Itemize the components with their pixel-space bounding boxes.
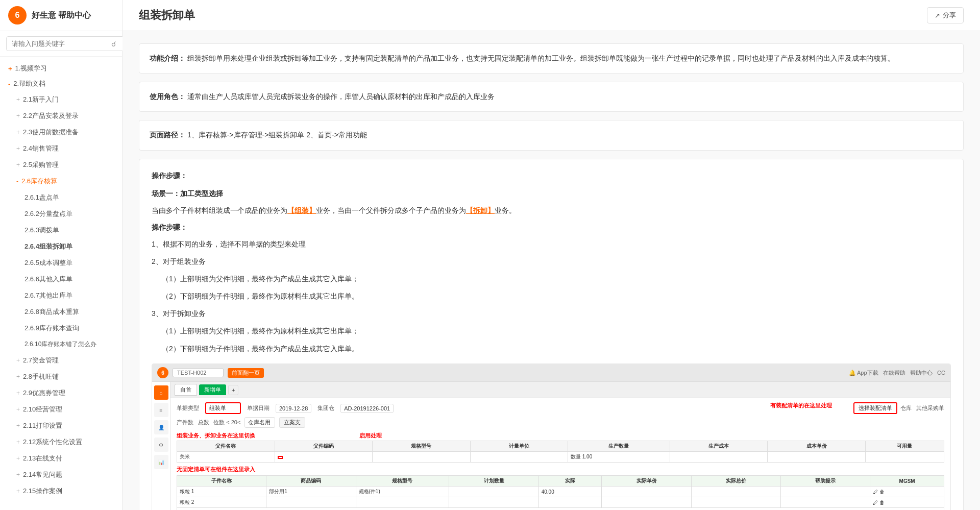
sidebar-header: 6 好生意 帮助中心 — [0, 0, 122, 31]
form-row-2: 产件数 总数 位数 < 20< 仓库名用 立案支 — [177, 417, 944, 428]
col-child-name: 子件名称 — [177, 476, 266, 487]
sidebar-item-2-11[interactable]: + 2.11打印设置 — [0, 418, 122, 434]
sidebar-item-2-7[interactable]: + 2.7资金管理 — [0, 352, 122, 369]
select-bom[interactable]: 选择装配清单 — [853, 402, 897, 414]
col-unit: 计量单位 — [470, 441, 568, 452]
sidebar-item-2-2[interactable]: + 2.2产品安装及登录 — [0, 108, 122, 124]
step2-text: 2、对于组装业务 — [152, 255, 951, 268]
label-group: 集团仓 — [317, 404, 334, 412]
page-title: 组装拆卸单 — [139, 8, 195, 23]
app-document-area: 自首 新增单 + 单据类型 组装单 单据日期 2019-12-28 集 — [170, 382, 950, 510]
sidebar-item-2-6-3[interactable]: 2.6.3调拨单 — [0, 222, 122, 238]
role-text: 通常由生产人员或库管人员完成拆装业务的操作，库管人员确认原材料的出库和产成品的入… — [187, 92, 495, 101]
sidebar-item-2-6-7[interactable]: 2.6.7其他出库单 — [0, 287, 122, 304]
input-date[interactable]: 2019-12-28 — [276, 404, 311, 413]
col-cost-price: 成本单价 — [768, 441, 866, 452]
sidebar-item-2-12[interactable]: + 2.12系统个性化设置 — [0, 434, 122, 450]
tab-add[interactable]: + — [228, 385, 238, 395]
path-label: 页面路径： — [150, 131, 185, 139]
step3-text: 3、对于拆卸业务 — [152, 307, 951, 320]
function-intro-text: 组装拆卸单用来处理企业组装或拆卸等加工业务，支持有固定装配清单的产品加工业务，也… — [187, 54, 895, 62]
sidebar-item-help-docs[interactable]: - 2.帮助文档 — [0, 76, 122, 91]
cell-c-plan-2 — [449, 497, 538, 508]
app-topbar: 6 TEST-H002 前面翻一页 🔔 App下载 在线帮助 帮助中心 CC — [152, 364, 950, 382]
sidebar-item-2-10[interactable]: + 2.10经营管理 — [0, 401, 122, 418]
nav-doc-icon[interactable]: ≡ — [154, 403, 168, 417]
ops-label: 操作步骤： — [152, 172, 187, 180]
cell-cost-price — [768, 452, 866, 463]
nav-settings-icon[interactable]: ⚙ — [154, 438, 168, 452]
function-intro-label: 功能介绍： — [150, 54, 185, 62]
search-icon[interactable]: ☌ — [111, 40, 116, 48]
ops-steps-label: 操作步骤： — [152, 223, 187, 231]
path-text: 1、库存核算->库存管理->组装拆卸单 2、首页->常用功能 — [187, 131, 367, 139]
col-parent-code: 父件编码 — [275, 441, 373, 452]
sidebar-item-2-13[interactable]: + 2.13在线支付 — [0, 450, 122, 467]
sidebar-item-2-6-8[interactable]: 2.6.8商品成本重算 — [0, 304, 122, 320]
lower-table-row-1: 粮粒 1 部分用1 规格(件1) 40.00 — [177, 487, 944, 497]
nav-user-icon[interactable]: 👤 — [154, 420, 168, 434]
sidebar-item-2-4[interactable]: + 2.4销售管理 — [0, 140, 122, 157]
annotation-switch: 组装业务、拆卸业务在这里切换 — [177, 432, 255, 439]
sidebar-item-2-5[interactable]: + 2.5采购管理 — [0, 157, 122, 173]
sidebar-item-2-15[interactable]: + 2.15操作案例 — [0, 483, 122, 499]
sidebar-item-2-6-10[interactable]: 2.6.10库存账本错了怎么办 — [0, 336, 122, 352]
label-qty: 位数 < 20< — [213, 419, 240, 426]
sidebar-item-2-14[interactable]: + 2.14常见问题 — [0, 467, 122, 483]
step2-1-text: （1）上部明细为父件明细，最终作为产成品生成其它入库单； — [152, 272, 951, 286]
input-type[interactable]: 组装单 — [205, 402, 241, 414]
input-group[interactable]: AD-20191226-001 — [340, 404, 394, 413]
sidebar-item-2-9[interactable]: + 2.9优惠券管理 — [0, 385, 122, 401]
cell-c-at-1 — [691, 487, 780, 497]
cell-c-at-2 — [691, 497, 780, 508]
search-input[interactable] — [6, 36, 126, 51]
sidebar-item-2-3[interactable]: + 2.3使用前数据准备 — [0, 124, 122, 140]
step3-2-text: （2）下部明细为子件明细，最终作为产成品生成其它入库单。 — [152, 342, 951, 356]
col-plan-qty: 计划数量 — [449, 476, 538, 487]
upper-table-row: 关米 数量 1.00 — [177, 452, 944, 463]
step1-text: 1、根据不同的业务，选择不同单据的类型来处理 — [152, 238, 951, 251]
logo-text: 好生意 帮助中心 — [32, 10, 91, 21]
col-actual-total: 实际总价 — [691, 476, 780, 487]
function-intro-box: 功能介绍： 组装拆卸单用来处理企业组装或拆卸等加工业务，支持有固定装配清单的产品… — [139, 43, 964, 74]
minus-icon: - — [8, 80, 10, 88]
sidebar-item-2-6-2[interactable]: 2.6.2分量盘点单 — [0, 206, 122, 222]
logo-icon: 6 — [8, 6, 27, 25]
sidebar-item-2-6[interactable]: - 2.6库存核算 — [0, 173, 122, 189]
label-extra: 仓库 其他采购单 — [900, 404, 944, 412]
sidebar-item-2-1[interactable]: + 2.1新手入门 — [0, 91, 122, 108]
screenshot-container: 6 TEST-H002 前面翻一页 🔔 App下载 在线帮助 帮助中心 CC ⌂… — [152, 363, 951, 510]
sidebar-item-2-6-5[interactable]: 2.6.5成本调整单 — [0, 255, 122, 271]
cell-c-spec-1: 规格(件1) — [356, 487, 449, 497]
label-type: 单据类型 — [177, 404, 199, 412]
tab-new[interactable]: 新增单 — [199, 384, 226, 395]
sidebar-item-2-6-9[interactable]: 2.6.9库存账本查询 — [0, 320, 122, 336]
label-count: 产件数 总数 — [177, 419, 209, 426]
sidebar-item-2-6-6[interactable]: 2.6.6其他入库单 — [0, 271, 122, 287]
col-parent-name: 父件名称 — [177, 441, 275, 452]
share-button[interactable]: ↗ 分享 — [927, 7, 964, 23]
scenario1-desc: 当由多个子件材料组装成一个成品的业务为【组装】业务，当由一个父件拆分成多个子产品… — [152, 204, 951, 217]
input-warehouse[interactable]: 仓库名用 — [244, 417, 275, 428]
nav-chart-icon[interactable]: 📊 — [154, 455, 168, 469]
sidebar-item-2-6-4[interactable]: 2.6.4组装拆卸单 — [0, 238, 122, 255]
cell-prod-qty: 数量 1.00 — [568, 452, 670, 463]
sidebar-item-label: 2.帮助文档 — [13, 79, 45, 88]
btn-check[interactable]: 立案支 — [279, 417, 305, 428]
code-input-highlight[interactable] — [278, 456, 283, 459]
sidebar-item-2-6-1[interactable]: 2.6.1盘点单 — [0, 189, 122, 206]
cell-c-ap-1 — [602, 487, 691, 497]
cell-c-hint-1 — [780, 487, 870, 497]
annotation-area-4: 无固定清单可在组件在这里录入 — [177, 465, 944, 473]
cell-name: 关米 — [177, 452, 275, 463]
refresh-btn: 前面翻一页 — [228, 368, 264, 378]
tab-bar: 自首 新增单 + — [170, 382, 950, 398]
sidebar-item-video[interactable]: + 1.视频学习 — [0, 61, 122, 76]
nav-home-icon[interactable]: ⌂ — [154, 385, 168, 400]
sidebar-item-2-8[interactable]: + 2.8手机旺铺 — [0, 369, 122, 385]
role-label: 使用角色： — [150, 92, 185, 101]
sidebar-item-label: 1.视频学习 — [15, 64, 47, 73]
term-disassembly: 【拆卸】 — [466, 206, 495, 214]
tab-home[interactable]: 自首 — [175, 384, 197, 396]
annotation-bom: 有装配清单的在这里处理 — [770, 402, 832, 409]
